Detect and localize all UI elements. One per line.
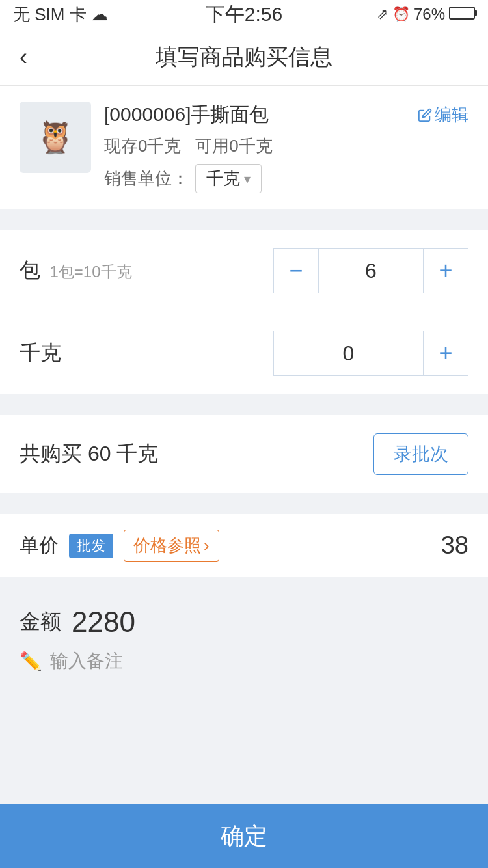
- edit-button[interactable]: 编辑: [418, 103, 468, 126]
- bao-label-group: 包 1包=10千克: [20, 256, 132, 285]
- amount-value: 2280: [72, 606, 135, 638]
- stock-current: 现存0千克: [104, 136, 181, 156]
- status-right: ⇗ ⏰ 76%: [377, 5, 475, 23]
- batch-button[interactable]: 录批次: [373, 433, 468, 475]
- confirm-button[interactable]: 确定: [0, 804, 488, 868]
- back-button[interactable]: ‹: [20, 44, 27, 71]
- bao-label: 包: [20, 258, 40, 282]
- total-row: 共购买 60 千克 录批次: [0, 415, 488, 493]
- stock-available: 可用0千克: [195, 136, 272, 156]
- separator-2: [0, 405, 488, 415]
- quantity-section: 包 1包=10千克 − + 千克 +: [0, 230, 488, 394]
- product-image: 🦉: [20, 102, 91, 173]
- chevron-down-icon: ▾: [244, 171, 251, 187]
- kg-row: 千克 +: [0, 312, 488, 394]
- product-name-row: [0000006]手撕面包 编辑: [104, 102, 468, 128]
- total-label: 共购买 60 千克: [20, 440, 158, 468]
- note-row[interactable]: ✏️ 输入备注: [20, 649, 468, 673]
- kg-label: 千克: [20, 341, 61, 364]
- amount-row: 金额 2280: [20, 606, 468, 638]
- separator-3: [0, 504, 488, 514]
- product-unit-row: 销售单位： 千克 ▾: [104, 164, 468, 193]
- unit-select[interactable]: 千克 ▾: [195, 164, 262, 193]
- bao-plus-button[interactable]: +: [423, 248, 468, 293]
- status-bar: 无 SIM 卡 ☁ 下午2:56 ⇗ ⏰ 76%: [0, 0, 488, 29]
- pencil-icon: ✏️: [20, 651, 42, 672]
- product-stock: 现存0千克 可用0千克: [104, 135, 468, 157]
- amount-section: 金额 2280 ✏️ 输入备注: [0, 588, 488, 673]
- product-card: 🦉 [0000006]手撕面包 编辑 现存0千克 可用0千克 销售单位： 千克 …: [0, 86, 488, 209]
- bao-row: 包 1包=10千克 − +: [0, 230, 488, 312]
- sim-status: 无 SIM 卡 ☁: [13, 3, 108, 26]
- unit-label: 销售单位：: [104, 167, 189, 190]
- battery-percent: 76%: [414, 5, 445, 23]
- kg-quantity-input[interactable]: [273, 331, 423, 376]
- product-info: [0000006]手撕面包 编辑 现存0千克 可用0千克 销售单位： 千克 ▾: [104, 102, 468, 193]
- location-icon: ⇗: [377, 6, 388, 23]
- bao-minus-button[interactable]: −: [273, 248, 319, 293]
- kg-label-group: 千克: [20, 339, 61, 368]
- product-name: [0000006]手撕面包: [104, 102, 269, 128]
- price-row: 单价 批发 价格参照 › 38: [20, 530, 468, 562]
- price-value: 38: [441, 532, 468, 560]
- edit-label: 编辑: [435, 103, 468, 126]
- kg-quantity-control: +: [273, 331, 468, 376]
- battery-icon: [449, 5, 475, 23]
- price-section: 单价 批发 价格参照 › 38: [0, 514, 488, 577]
- bao-sublabel: 1包=10千克: [49, 263, 131, 280]
- price-tag: 批发: [69, 534, 113, 558]
- unit-value: 千克: [206, 167, 240, 190]
- price-chevron-icon: ›: [204, 536, 210, 556]
- page-title: 填写商品购买信息: [156, 42, 332, 72]
- product-thumbnail: 🦉: [36, 119, 75, 156]
- price-ref-button[interactable]: 价格参照 ›: [124, 530, 219, 562]
- status-time: 下午2:56: [206, 1, 282, 28]
- separator-1: [0, 219, 488, 230]
- price-label: 单价: [20, 532, 59, 559]
- amount-label: 金额: [20, 608, 61, 636]
- kg-plus-button[interactable]: +: [423, 331, 468, 376]
- note-placeholder: 输入备注: [50, 649, 123, 673]
- alarm-icon: ⏰: [392, 6, 410, 23]
- nav-bar: ‹ 填写商品购买信息: [0, 29, 488, 86]
- price-ref-label: 价格参照: [133, 534, 201, 557]
- status-left: 无 SIM 卡 ☁: [13, 3, 108, 26]
- bao-quantity-control: − +: [273, 248, 468, 293]
- bao-quantity-input[interactable]: [319, 248, 423, 293]
